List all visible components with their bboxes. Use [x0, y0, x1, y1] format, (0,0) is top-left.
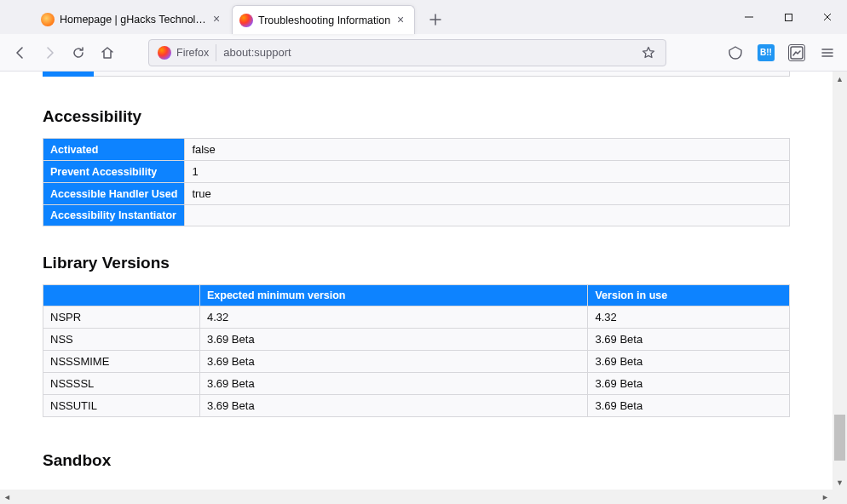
urlbar[interactable]: Firefox about:support: [148, 39, 666, 66]
ghacks-favicon-icon: [41, 13, 55, 26]
table-row: Activated false: [43, 139, 790, 161]
lib-name: NSPR: [43, 306, 200, 329]
reload-button[interactable]: [65, 39, 92, 66]
horizontal-scrollbar[interactable]: ◄ ►: [0, 490, 833, 504]
close-icon[interactable]: ×: [394, 14, 407, 27]
tab-label: Troubleshooting Information: [258, 14, 390, 26]
about-support-content: Accessibility Activated false Prevent Ac…: [0, 72, 833, 490]
lib-expected: 3.69 Beta: [199, 329, 588, 351]
col-header: [43, 285, 200, 306]
section-heading-library-versions: Library Versions: [43, 254, 790, 272]
table-row: NSS 3.69 Beta 3.69 Beta: [43, 329, 790, 351]
tab-background[interactable]: Homepage | gHacks Technolog ×: [34, 5, 230, 34]
lib-expected: 4.32: [199, 306, 588, 329]
lib-inuse: 3.69 Beta: [588, 351, 790, 373]
identity-label: Firefox: [176, 47, 209, 59]
row-value: 1: [185, 161, 790, 183]
row-label: Prevent Accessibility: [43, 161, 185, 183]
col-header: Version in use: [588, 285, 790, 306]
b-icon: B!!: [758, 44, 775, 61]
library-versions-table: Expected minimum version Version in use …: [43, 284, 790, 417]
lib-inuse: 3.69 Beta: [588, 373, 790, 395]
titlebar: Homepage | gHacks Technolog × Troublesho…: [0, 0, 847, 34]
scroll-corner: [833, 490, 847, 504]
row-value: true: [185, 183, 790, 205]
minimize-button[interactable]: [729, 3, 769, 31]
new-tab-button[interactable]: [424, 8, 447, 32]
section-heading-accessibility: Accessibility: [43, 107, 790, 126]
table-row: Accessibility Instantiator: [43, 205, 790, 226]
lib-name: NSSSSL: [43, 373, 200, 395]
tab-label: Homepage | gHacks Technolog: [60, 14, 206, 26]
tab-active[interactable]: Troubleshooting Information ×: [232, 5, 415, 34]
url-text: about:support: [223, 46, 291, 59]
col-header: Expected minimum version: [199, 285, 588, 306]
lib-name: NSSUTIL: [43, 395, 200, 417]
table-row: NSSSMIME 3.69 Beta 3.69 Beta: [43, 351, 790, 373]
lib-expected: 3.69 Beta: [199, 351, 588, 373]
lib-name: NSS: [43, 329, 200, 351]
firefox-identity-icon: [158, 46, 171, 60]
home-button[interactable]: [94, 39, 121, 66]
lib-inuse: 4.32: [588, 306, 790, 329]
forward-button[interactable]: [36, 39, 63, 66]
extension-b-button[interactable]: B!!: [753, 40, 779, 66]
navbar: Firefox about:support B!!: [0, 34, 847, 72]
section-heading-sandbox: Sandbox: [43, 451, 790, 470]
content-viewport: Accessibility Activated false Prevent Ac…: [0, 72, 833, 490]
accessibility-table: Activated false Prevent Accessibility 1 …: [43, 138, 790, 226]
screenshot-icon: [788, 44, 805, 61]
scroll-down-arrow-icon[interactable]: ▼: [833, 475, 847, 490]
pocket-button[interactable]: [723, 40, 748, 66]
lib-inuse: 3.69 Beta: [588, 395, 790, 417]
previous-section-stub: [43, 72, 790, 80]
scroll-right-arrow-icon[interactable]: ►: [818, 490, 833, 504]
lib-inuse: 3.69 Beta: [588, 329, 790, 351]
row-label: Accessibility Instantiator: [43, 205, 185, 226]
maximize-button[interactable]: [769, 3, 808, 31]
table-header-row: Expected minimum version Version in use: [43, 285, 790, 306]
app-menu-button[interactable]: [815, 40, 840, 66]
vertical-scroll-thumb[interactable]: [834, 415, 845, 461]
row-label: Activated: [43, 139, 185, 161]
window-controls: [729, 0, 847, 34]
table-row: NSSSSL 3.69 Beta 3.69 Beta: [43, 373, 790, 395]
lib-expected: 3.69 Beta: [199, 373, 588, 395]
screenshot-button[interactable]: [784, 40, 810, 66]
close-icon[interactable]: ×: [210, 13, 223, 26]
lib-name: NSSSMIME: [43, 351, 200, 373]
table-row: NSSUTIL 3.69 Beta 3.69 Beta: [43, 395, 790, 417]
scroll-up-arrow-icon[interactable]: ▲: [833, 72, 847, 86]
table-row: Accessible Handler Used true: [43, 183, 790, 205]
close-window-button[interactable]: [808, 3, 847, 31]
row-value: [185, 205, 790, 226]
scroll-left-arrow-icon[interactable]: ◄: [0, 490, 14, 504]
bookmark-star-button[interactable]: [637, 41, 660, 65]
toolbar-right: B!!: [723, 40, 840, 66]
lib-expected: 3.69 Beta: [199, 395, 588, 417]
row-value: false: [185, 139, 790, 161]
table-row: Prevent Accessibility 1: [43, 161, 790, 183]
vertical-scrollbar[interactable]: ▲ ▼: [833, 72, 847, 490]
identity-box[interactable]: Firefox: [154, 44, 216, 61]
back-button[interactable]: [7, 39, 34, 66]
firefox-favicon-icon: [239, 14, 253, 27]
svg-rect-0: [785, 14, 792, 20]
row-label: Accessible Handler Used: [43, 183, 185, 205]
table-row: NSPR 4.32 4.32: [43, 306, 790, 329]
